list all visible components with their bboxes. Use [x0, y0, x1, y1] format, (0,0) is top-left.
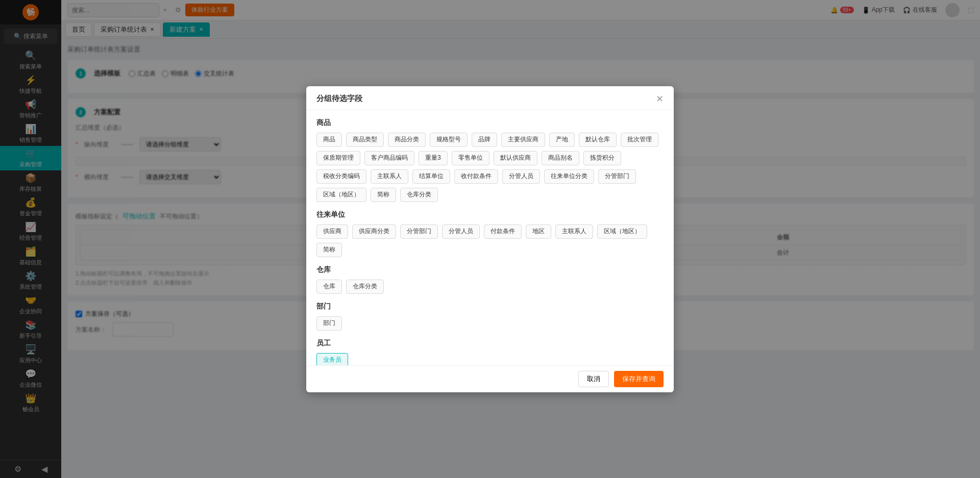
field-chip-0-19[interactable]: 收付款条件: [454, 169, 498, 184]
field-chip-0-13[interactable]: 默认供应商: [494, 151, 537, 165]
field-chip-0-23[interactable]: 区域（地区）: [316, 188, 366, 202]
field-chip-0-24[interactable]: 简称: [371, 188, 396, 202]
field-chip-1-8[interactable]: 简称: [316, 243, 342, 257]
field-chip-2-0[interactable]: 仓库: [316, 280, 342, 294]
field-chip-3-0[interactable]: 部门: [316, 316, 342, 331]
field-group-3: 部门部门: [316, 302, 664, 331]
field-chip-1-5[interactable]: 地区: [526, 224, 551, 239]
group-title-0: 商品: [316, 118, 664, 128]
field-chip-1-4[interactable]: 付款条件: [484, 224, 522, 239]
field-chip-0-14[interactable]: 商品别名: [542, 151, 579, 165]
field-chips-1: 供应商供应商分类分管部门分管人员付款条件地区主联系人区域（地区）简称: [316, 224, 664, 257]
field-chip-0-17[interactable]: 主联系人: [371, 169, 408, 184]
field-group-2: 仓库仓库仓库分类: [316, 265, 664, 294]
modal-overlay: 分组待选字段 ✕ 商品商品商品类型商品分类规格型号品牌主要供应商产地默认仓库批次…: [0, 0, 980, 478]
field-group-0: 商品商品商品类型商品分类规格型号品牌主要供应商产地默认仓库批次管理保质期管理客户…: [316, 118, 664, 202]
field-chip-0-7[interactable]: 默认仓库: [579, 133, 617, 147]
dialog-close-button[interactable]: ✕: [656, 93, 664, 105]
field-chip-4-0[interactable]: 业务员: [316, 353, 348, 365]
dialog-body[interactable]: 商品商品商品类型商品分类规格型号品牌主要供应商产地默认仓库批次管理保质期管理客户…: [306, 110, 674, 365]
field-group-1: 往来单位供应商供应商分类分管部门分管人员付款条件地区主联系人区域（地区）简称: [316, 210, 664, 257]
field-chip-0-5[interactable]: 主要供应商: [501, 133, 545, 147]
field-chips-4: 业务员: [316, 353, 664, 365]
dialog-title: 分组待选字段: [316, 94, 362, 104]
field-chips-2: 仓库仓库分类: [316, 280, 664, 294]
field-chip-0-0[interactable]: 商品: [316, 133, 342, 147]
field-chip-0-8[interactable]: 批次管理: [621, 133, 658, 147]
group-title-4: 员工: [316, 339, 664, 348]
field-chip-0-15[interactable]: 拣货积分: [583, 151, 621, 165]
field-chip-0-11[interactable]: 重量3: [419, 151, 448, 165]
field-chip-1-7[interactable]: 区域（地区）: [597, 224, 647, 239]
field-chip-0-25[interactable]: 仓库分类: [400, 188, 438, 202]
field-chip-1-3[interactable]: 分管人员: [442, 224, 480, 239]
field-chip-0-18[interactable]: 结算单位: [412, 169, 450, 184]
field-chip-0-12[interactable]: 零售单位: [452, 151, 489, 165]
field-chip-0-22[interactable]: 分管部门: [598, 169, 636, 184]
field-chip-0-2[interactable]: 商品分类: [388, 133, 426, 147]
group-title-2: 仓库: [316, 265, 664, 274]
group-title-3: 部门: [316, 302, 664, 311]
confirm-button[interactable]: 保存并查询: [614, 371, 664, 387]
dialog-footer: 取消 保存并查询: [306, 365, 674, 392]
field-chip-0-6[interactable]: 产地: [549, 133, 575, 147]
field-group-4: 员工业务员: [316, 339, 664, 365]
field-selection-dialog: 分组待选字段 ✕ 商品商品商品类型商品分类规格型号品牌主要供应商产地默认仓库批次…: [306, 86, 674, 392]
field-chip-1-2[interactable]: 分管部门: [400, 224, 438, 239]
field-chip-0-1[interactable]: 商品类型: [346, 133, 384, 147]
field-chip-0-3[interactable]: 规格型号: [430, 133, 468, 147]
field-chips-3: 部门: [316, 316, 664, 331]
field-chip-1-6[interactable]: 主联系人: [555, 224, 593, 239]
field-chip-0-9[interactable]: 保质期管理: [316, 151, 360, 165]
field-chip-0-4[interactable]: 品牌: [472, 133, 497, 147]
field-chips-0: 商品商品类型商品分类规格型号品牌主要供应商产地默认仓库批次管理保质期管理客户商品…: [316, 133, 664, 202]
field-chip-2-1[interactable]: 仓库分类: [346, 280, 384, 294]
field-chip-0-21[interactable]: 往来单位分类: [544, 169, 594, 184]
dialog-header: 分组待选字段 ✕: [306, 86, 674, 110]
cancel-button[interactable]: 取消: [578, 371, 609, 387]
field-chip-0-16[interactable]: 税收分类编码: [316, 169, 366, 184]
group-title-1: 往来单位: [316, 210, 664, 219]
field-chip-0-10[interactable]: 客户商品编码: [364, 151, 414, 165]
field-chip-1-1[interactable]: 供应商分类: [352, 224, 396, 239]
field-chip-1-0[interactable]: 供应商: [316, 224, 348, 239]
field-chip-0-20[interactable]: 分管人员: [502, 169, 540, 184]
